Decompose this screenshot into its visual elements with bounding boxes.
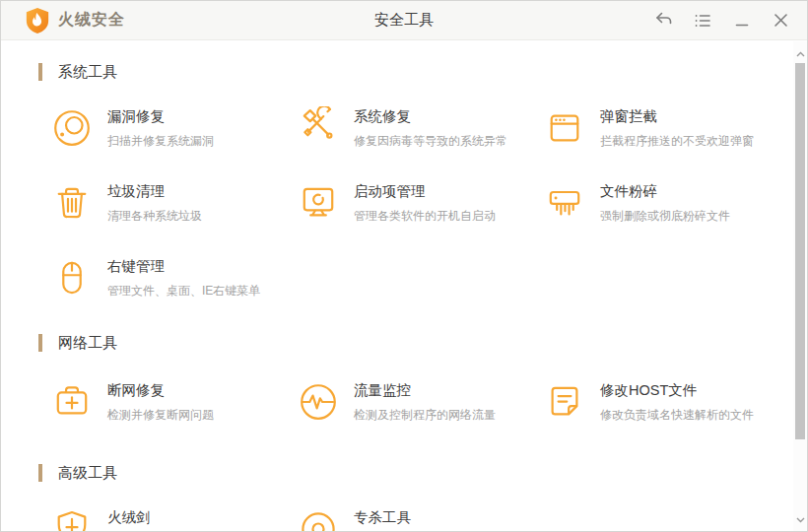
scroll-down-arrow[interactable] bbox=[793, 513, 807, 527]
tool-text: 弹窗拦截拦截程序推送的不受欢迎弹窗 bbox=[600, 106, 754, 150]
tool-item-trash[interactable]: 垃圾清理清理各种系统垃圾 bbox=[50, 181, 297, 225]
titlebar: 火绒安全 安全工具 bbox=[1, 1, 807, 40]
section-network-tools: 网络工具断网修复检测并修复断网问题流量监控检测及控制程序的网络流量修改HOST文… bbox=[1, 333, 793, 424]
special-killer-icon bbox=[297, 507, 340, 531]
tool-name: 修改HOST文件 bbox=[600, 381, 754, 400]
tool-desc: 检测并修复断网问题 bbox=[107, 407, 214, 424]
huorong-sword-icon bbox=[50, 507, 94, 531]
tool-name: 专杀工具 bbox=[354, 508, 411, 527]
file-shredder-icon bbox=[543, 181, 586, 225]
close-button[interactable] bbox=[772, 11, 790, 30]
minimize-button[interactable] bbox=[732, 11, 751, 30]
section-label: 高级工具 bbox=[58, 464, 117, 483]
tool-text: 火绒剑 bbox=[107, 507, 151, 531]
tool-desc: 修复因病毒等导致的系统异常 bbox=[354, 133, 507, 150]
tool-item-host-file[interactable]: 修改HOST文件修改负责域名快速解析的文件 bbox=[543, 380, 789, 424]
section-system-tools: 系统工具漏洞修复扫描并修复系统漏洞系统修复修复因病毒等导致的系统异常弹窗拦截拦截… bbox=[1, 62, 793, 299]
scrollbar bbox=[793, 41, 807, 531]
tool-text: 垃圾清理清理各种系统垃圾 bbox=[107, 181, 202, 225]
tool-desc: 检测及控制程序的网络流量 bbox=[354, 407, 496, 424]
menu-list-icon bbox=[694, 13, 711, 29]
tool-item-file-shredder[interactable]: 文件粉碎强制删除或彻底粉碎文件 bbox=[543, 181, 789, 225]
tool-text: 修改HOST文件修改负责域名快速解析的文件 bbox=[600, 380, 754, 424]
tool-name: 启动项管理 bbox=[354, 182, 496, 201]
popup-block-icon bbox=[543, 106, 586, 150]
tool-item-huorong-sword[interactable]: 火绒剑 bbox=[50, 507, 297, 531]
section-header-system-tools: 系统工具 bbox=[38, 62, 793, 82]
close-icon bbox=[773, 12, 789, 29]
tool-text: 漏洞修复扫描并修复系统漏洞 bbox=[107, 106, 214, 150]
section-bar bbox=[38, 334, 42, 352]
host-file-icon bbox=[543, 380, 586, 424]
tool-item-special-killer[interactable]: 专杀工具 bbox=[297, 507, 543, 531]
network-repair-icon bbox=[50, 380, 94, 424]
app-name: 火绒安全 bbox=[58, 10, 125, 31]
tool-item-mouse-right-click[interactable]: 右键管理管理文件、桌面、IE右键菜单 bbox=[50, 256, 297, 299]
section-label: 网络工具 bbox=[58, 334, 117, 353]
tool-name: 流量监控 bbox=[354, 381, 496, 400]
vulnerability-fix-icon bbox=[50, 106, 94, 150]
tool-desc: 修改负责域名快速解析的文件 bbox=[600, 407, 754, 424]
tool-text: 断网修复检测并修复断网问题 bbox=[107, 380, 214, 424]
tool-name: 火绒剑 bbox=[107, 508, 151, 527]
section-advanced-tools: 高级工具火绒剑专杀工具 bbox=[1, 463, 793, 531]
section-header-network-tools: 网络工具 bbox=[38, 333, 793, 353]
system-repair-icon bbox=[297, 106, 340, 150]
tool-item-traffic-monitor[interactable]: 流量监控检测及控制程序的网络流量 bbox=[297, 380, 543, 424]
tool-item-startup-manager[interactable]: 启动项管理管理各类软件的开机自启动 bbox=[297, 181, 543, 225]
startup-manager-icon bbox=[297, 181, 340, 225]
back-arrow-icon bbox=[653, 12, 672, 29]
tool-desc: 强制删除或彻底粉碎文件 bbox=[600, 208, 730, 225]
tool-desc: 拦截程序推送的不受欢迎弹窗 bbox=[600, 133, 754, 150]
tool-text: 右键管理管理文件、桌面、IE右键菜单 bbox=[107, 256, 260, 299]
tool-desc: 管理各类软件的开机自启动 bbox=[354, 208, 496, 225]
traffic-monitor-icon bbox=[297, 380, 340, 424]
section-bar bbox=[38, 464, 42, 482]
tool-desc: 扫描并修复系统漏洞 bbox=[107, 133, 214, 150]
tool-text: 启动项管理管理各类软件的开机自启动 bbox=[354, 181, 496, 225]
section-label: 系统工具 bbox=[58, 63, 117, 82]
scroll-up-arrow[interactable] bbox=[793, 47, 807, 61]
mouse-right-click-icon bbox=[50, 256, 94, 299]
section-header-advanced-tools: 高级工具 bbox=[38, 463, 793, 483]
tool-item-system-repair[interactable]: 系统修复修复因病毒等导致的系统异常 bbox=[297, 106, 543, 150]
tool-name: 断网修复 bbox=[107, 381, 214, 400]
tool-name: 系统修复 bbox=[354, 107, 507, 126]
tool-name: 文件粉碎 bbox=[600, 182, 730, 201]
tool-name: 弹窗拦截 bbox=[600, 107, 754, 126]
tools-content: 系统工具漏洞修复扫描并修复系统漏洞系统修复修复因病毒等导致的系统异常弹窗拦截拦截… bbox=[1, 41, 793, 531]
tool-item-vulnerability-fix[interactable]: 漏洞修复扫描并修复系统漏洞 bbox=[50, 106, 297, 150]
tool-text: 专杀工具 bbox=[354, 507, 411, 531]
tool-grid: 漏洞修复扫描并修复系统漏洞系统修复修复因病毒等导致的系统异常弹窗拦截拦截程序推送… bbox=[50, 106, 793, 299]
tool-item-network-repair[interactable]: 断网修复检测并修复断网问题 bbox=[50, 380, 297, 424]
app-window: 火绒安全 安全工具 bbox=[0, 0, 808, 532]
section-bar bbox=[38, 63, 42, 81]
tool-name: 右键管理 bbox=[107, 257, 260, 276]
tool-desc: 管理文件、桌面、IE右键菜单 bbox=[107, 283, 260, 299]
tool-item-popup-block[interactable]: 弹窗拦截拦截程序推送的不受欢迎弹窗 bbox=[543, 106, 789, 150]
scrollbar-thumb[interactable] bbox=[795, 63, 805, 439]
tool-grid: 火绒剑专杀工具 bbox=[50, 507, 793, 531]
menu-button[interactable] bbox=[693, 11, 711, 30]
trash-icon bbox=[50, 181, 94, 225]
tool-text: 系统修复修复因病毒等导致的系统异常 bbox=[354, 106, 507, 150]
tool-grid: 断网修复检测并修复断网问题流量监控检测及控制程序的网络流量修改HOST文件修改负… bbox=[50, 380, 793, 424]
tool-desc: 清理各种系统垃圾 bbox=[107, 208, 202, 225]
shield-flame-logo-icon bbox=[25, 7, 50, 34]
tool-name: 垃圾清理 bbox=[107, 182, 202, 201]
app-logo: 火绒安全 bbox=[1, 7, 125, 34]
back-button[interactable] bbox=[653, 11, 672, 30]
tool-name: 漏洞修复 bbox=[107, 107, 214, 126]
tool-text: 文件粉碎强制删除或彻底粉碎文件 bbox=[600, 181, 730, 225]
window-controls bbox=[653, 11, 807, 30]
tool-text: 流量监控检测及控制程序的网络流量 bbox=[354, 380, 496, 424]
minimize-icon bbox=[734, 13, 750, 29]
